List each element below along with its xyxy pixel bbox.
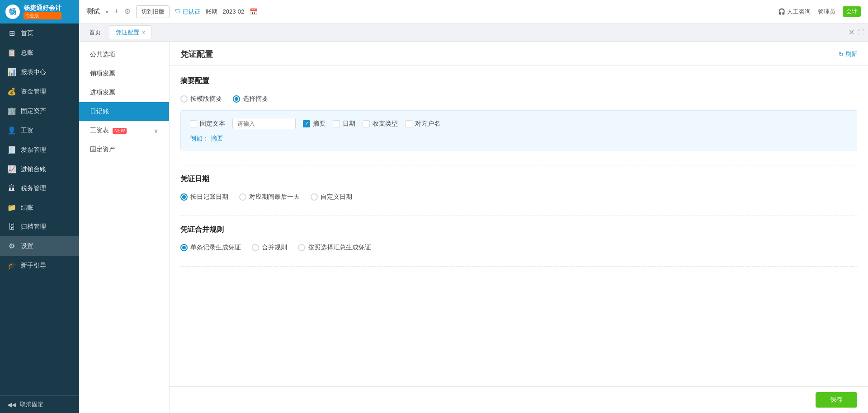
tax-icon: 🏛	[7, 184, 16, 192]
refresh-btn[interactable]: ↻ 刷新	[839, 50, 857, 58]
counterpart-checkbox-item[interactable]: 对方户名	[405, 120, 440, 128]
abstract-option-select[interactable]: 选择摘要	[233, 95, 268, 103]
sidebar-item-funds[interactable]: 💰 资金管理	[0, 82, 79, 101]
logo-icon: 畅	[5, 5, 20, 19]
left-nav-public-label: 公共选项	[90, 51, 115, 58]
date-option-journal[interactable]: 按日记账日期	[180, 193, 228, 201]
sidebar-scroll: ⊞ 首页 📋 总账 📊 报表中心 💰 资金管理 🏢 固定资产 👤 工资 🧾 发票…	[0, 23, 79, 395]
sidebar-item-archive[interactable]: 🗄 归档管理	[0, 217, 79, 236]
switch-version-button[interactable]: 切到旧版	[136, 5, 170, 18]
cancel-fixed-label: 取消固定	[20, 400, 43, 408]
date-option-period-last[interactable]: 对应期间最后一天	[239, 193, 300, 201]
sidebar-item-guide[interactable]: 🎓 新手引导	[0, 256, 79, 275]
income-type-checkbox-item[interactable]: 收支类型	[363, 120, 398, 128]
left-nav-public[interactable]: 公共选项	[79, 45, 169, 64]
income-type-checkbox[interactable]	[363, 120, 370, 127]
save-button[interactable]: 保存	[816, 392, 857, 408]
role-badge[interactable]: 会计	[843, 6, 861, 17]
sidebar-item-label: 首页	[21, 29, 33, 38]
merge-radio-group: 单条记录生成凭证 合并规则 按照选择汇总生成凭证	[180, 244, 857, 252]
date-journal-label: 按日记账日期	[190, 193, 228, 201]
left-nav-payroll[interactable]: 工资表 NEW ∨	[79, 121, 169, 140]
pin-icon: ◀◀	[7, 401, 16, 408]
merge-title: 凭证合并规则	[180, 225, 857, 235]
date-radio-group: 按日记账日期 对应期间最后一天 自定义日期	[180, 193, 857, 201]
sidebar-item-ledger[interactable]: 📋 总账	[0, 43, 79, 62]
sidebar-item-report[interactable]: 📊 报表中心	[0, 62, 79, 82]
left-nav-purchase-invoice[interactable]: 进项发票	[79, 83, 169, 102]
settings-icon: ⚙	[7, 242, 16, 250]
shield-icon: 🛡	[175, 8, 181, 15]
abstract-config-box: 固定文本 ✓ 摘要 日期	[180, 110, 857, 150]
sidebar-item-invoice[interactable]: 🧾 发票管理	[0, 140, 79, 160]
tab-home[interactable]: 首页	[83, 26, 107, 39]
add-icon[interactable]: +	[114, 7, 119, 16]
summary-checkbox[interactable]: ✓	[303, 120, 310, 127]
date-journal-radio[interactable]	[180, 193, 188, 201]
fixed-text-input[interactable]	[232, 118, 296, 129]
sidebar-item-label: 固定资产	[21, 107, 46, 115]
date-section: 凭证日期 按日记账日期 对应期间最后一天 自定义日期	[180, 174, 857, 201]
merge-single-label: 单条记录生成凭证	[190, 244, 241, 252]
calendar-icon[interactable]: 📅	[250, 8, 257, 15]
left-nav-journal-label: 日记账	[90, 108, 109, 115]
counterpart-checkbox[interactable]	[405, 120, 412, 127]
merge-rule-label: 合并规则	[262, 244, 287, 252]
date-checkbox-item[interactable]: 日期	[333, 120, 355, 128]
summary-checkbox-item[interactable]: ✓ 摘要	[303, 120, 326, 128]
merge-option-single[interactable]: 单条记录生成凭证	[180, 244, 241, 252]
date-custom-radio[interactable]	[311, 193, 318, 201]
page-title: 凭证配置	[180, 49, 213, 60]
fixed-text-checkbox-item[interactable]: 固定文本	[190, 120, 225, 128]
fixed-text-checkbox[interactable]	[190, 120, 197, 127]
merge-option-rule[interactable]: 合并规则	[252, 244, 287, 252]
abstract-option-template[interactable]: 按模版摘要	[180, 95, 222, 103]
sidebar-item-assets[interactable]: 🏢 固定资产	[0, 101, 79, 121]
left-nav-fixed-assets[interactable]: 固定资产	[79, 140, 169, 159]
divider-2	[180, 216, 857, 216]
date-period-last-radio[interactable]	[239, 193, 246, 201]
consult-btn[interactable]: 🎧 人工咨询	[778, 8, 811, 16]
sidebar-item-label: 设置	[21, 242, 33, 250]
main-area: 测试 ▾ + ⚙ 切到旧版 🛡 已认证 账期 2023-02 📅 🎧 人工咨询 …	[79, 0, 868, 413]
topbar: 测试 ▾ + ⚙ 切到旧版 🛡 已认证 账期 2023-02 📅 🎧 人工咨询 …	[79, 0, 868, 23]
sidebar-item-home[interactable]: ⊞ 首页	[0, 23, 79, 43]
cancel-fixed-btn[interactable]: ◀◀ 取消固定	[0, 395, 79, 413]
period-value: 2023-02	[223, 8, 245, 15]
invoice-icon: 🧾	[7, 145, 16, 154]
abstract-template-radio[interactable]	[180, 95, 188, 103]
left-nav: 公共选项 销项发票 进项发票 日记账 工资表 NEW ∨ 固定资产	[79, 42, 170, 413]
edition-badge: 专业版	[24, 12, 61, 19]
sidebar-item-settings[interactable]: ⚙ 设置	[0, 236, 79, 256]
gear-icon[interactable]: ⚙	[124, 7, 131, 16]
date-checkbox[interactable]	[333, 120, 340, 127]
merge-summary-radio[interactable]	[298, 244, 305, 251]
window-close-icon[interactable]: ✕	[849, 28, 854, 37]
closing-icon: 📁	[7, 203, 16, 212]
date-title: 凭证日期	[180, 174, 857, 184]
certified-badge: 🛡 已认证	[175, 8, 200, 16]
sidebar-item-label: 税务管理	[21, 184, 46, 192]
abstract-config-row: 固定文本 ✓ 摘要 日期	[190, 118, 848, 129]
left-nav-journal[interactable]: 日记账	[79, 102, 169, 121]
tab-close-icon[interactable]: ×	[142, 29, 145, 36]
left-nav-sales-invoice[interactable]: 销项发票	[79, 64, 169, 83]
sidebar-item-tax[interactable]: 🏛 税务管理	[0, 179, 79, 198]
project-chevron-icon[interactable]: ▾	[105, 8, 108, 15]
merge-option-summary[interactable]: 按照选择汇总生成凭证	[298, 244, 371, 252]
sidebar-item-payroll[interactable]: 👤 工资	[0, 121, 79, 140]
abstract-select-radio[interactable]	[233, 95, 240, 103]
salesledger-icon: 📈	[7, 165, 16, 174]
tab-voucher-config[interactable]: 凭证配置 ×	[109, 25, 152, 39]
report-icon: 📊	[7, 68, 16, 76]
sidebar-item-closing[interactable]: 📁 结账	[0, 198, 79, 217]
logo-text-block: 畅捷通好会计 专业版	[24, 4, 61, 20]
sidebar-item-salesledger[interactable]: 📈 进销台账	[0, 160, 79, 179]
expand-icon[interactable]: ⛶	[858, 29, 864, 36]
merge-rule-radio[interactable]	[252, 244, 259, 251]
abstract-section: 摘要配置 按模版摘要 选择摘要	[180, 76, 857, 150]
sidebar-item-label: 工资	[21, 127, 33, 135]
date-option-custom[interactable]: 自定义日期	[311, 193, 352, 201]
admin-label[interactable]: 管理员	[818, 8, 835, 16]
merge-single-radio[interactable]	[180, 244, 188, 251]
